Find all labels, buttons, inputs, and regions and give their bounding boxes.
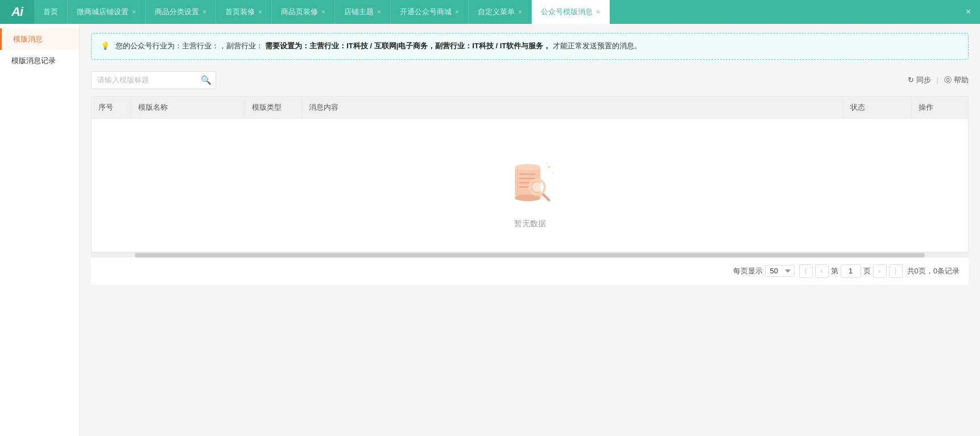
page-size-dropdown[interactable]: 50 10 20 100 bbox=[765, 265, 795, 277]
empty-illustration bbox=[502, 153, 559, 210]
svg-point-12 bbox=[552, 172, 553, 173]
tab-store-theme[interactable]: 店铺主题 × bbox=[335, 0, 391, 24]
svg-line-8 bbox=[541, 193, 549, 201]
svg-point-2 bbox=[515, 164, 540, 171]
tab-home[interactable]: 首页 bbox=[34, 0, 68, 24]
tab-product-category-label: 商品分类设置 bbox=[155, 7, 199, 17]
scroll-thumb[interactable] bbox=[135, 253, 925, 258]
content-area: 💡 您的公众号行业为：主营行业：，副营行业： 需要设置为：主营行业：IT科技 /… bbox=[80, 24, 980, 436]
help-button[interactable]: ⓪ 帮助 bbox=[944, 75, 969, 85]
sidebar-item-template-msg[interactable]: 模版消息 bbox=[0, 28, 79, 50]
toolbar-divider: | bbox=[937, 76, 938, 84]
tab-product-decor-close[interactable]: × bbox=[321, 8, 325, 16]
tab-home-decor-close[interactable]: × bbox=[258, 8, 262, 16]
tab-product-decor-label: 商品页装修 bbox=[281, 7, 318, 17]
sidebar-item-template-records[interactable]: 模版消息记录 bbox=[0, 50, 79, 72]
sidebar: 模版消息 模版消息记录 bbox=[0, 24, 80, 436]
app-logo: Ai bbox=[0, 0, 34, 24]
col-index: 序号 bbox=[92, 96, 131, 118]
sync-button[interactable]: ↻ 同步 bbox=[908, 75, 931, 85]
notice-highlight: 需要设置为：主营行业：IT科技 / 互联网|电子商务，副营行业：IT科技 / I… bbox=[265, 41, 551, 50]
col-type: 模版类型 bbox=[245, 96, 302, 118]
page-size-select: 每页显示 50 10 20 100 bbox=[733, 265, 795, 277]
tab-store-settings-label: 微商城店铺设置 bbox=[77, 7, 129, 17]
tab-custom-menu[interactable]: 自定义菜单 × bbox=[469, 0, 532, 24]
search-input[interactable] bbox=[91, 71, 216, 89]
tab-open-mall-label: 开通公众号商城 bbox=[400, 7, 452, 17]
pagination: 每页显示 50 10 20 100 ⟨ ‹ 第 页 › ⟩ 共0页，0条记录 bbox=[91, 257, 969, 285]
sync-icon: ↻ bbox=[908, 76, 914, 84]
tab-product-decor[interactable]: 商品页装修 × bbox=[272, 0, 335, 24]
tab-template-msg[interactable]: 公众号模版消息 × bbox=[532, 0, 610, 24]
first-page-button[interactable]: ⟨ bbox=[799, 264, 813, 278]
tab-product-category[interactable]: 商品分类设置 × bbox=[146, 0, 216, 24]
tab-product-category-close[interactable]: × bbox=[202, 8, 206, 16]
table-header-row: 序号 模版名称 模版类型 消息内容 状态 操作 bbox=[92, 96, 969, 118]
tab-store-settings[interactable]: 微商城店铺设置 × bbox=[68, 0, 146, 24]
sync-label: 同步 bbox=[916, 75, 931, 85]
svg-point-10 bbox=[532, 182, 542, 192]
svg-point-13 bbox=[545, 162, 547, 164]
notice-prefix: 您的公众号行业为：主营行业：，副营行业： bbox=[115, 41, 263, 50]
next-page-button[interactable]: › bbox=[873, 264, 887, 278]
tab-bar-close-all[interactable]: × bbox=[957, 7, 980, 17]
total-text: 共0页，0条记录 bbox=[907, 266, 960, 276]
tab-template-msg-label: 公众号模版消息 bbox=[541, 7, 593, 17]
tab-store-theme-label: 店铺主题 bbox=[344, 7, 374, 17]
search-input-wrap: 🔍 bbox=[91, 71, 216, 89]
tab-store-theme-close[interactable]: × bbox=[377, 8, 381, 16]
notice-suffix: 才能正常发送预置的消息。 bbox=[553, 41, 642, 50]
tab-template-msg-close[interactable]: × bbox=[596, 8, 600, 16]
last-page-button[interactable]: ⟩ bbox=[889, 264, 903, 278]
search-bar: 🔍 ↻ 同步 | ⓪ 帮助 bbox=[91, 71, 969, 89]
tab-home-label: 首页 bbox=[43, 7, 58, 17]
col-action: 操作 bbox=[912, 96, 969, 118]
tab-store-settings-close[interactable]: × bbox=[132, 8, 136, 16]
page-size-label: 每页显示 bbox=[733, 266, 763, 276]
tab-custom-menu-close[interactable]: × bbox=[518, 8, 522, 16]
tab-home-decor-label: 首页装修 bbox=[225, 7, 255, 17]
tab-custom-menu-label: 自定义菜单 bbox=[478, 7, 515, 17]
scroll-track[interactable] bbox=[91, 252, 969, 257]
svg-point-11 bbox=[547, 165, 550, 168]
col-content: 消息内容 bbox=[302, 96, 843, 118]
tab-open-mall[interactable]: 开通公众号商城 × bbox=[391, 0, 469, 24]
search-icon[interactable]: 🔍 bbox=[201, 75, 212, 85]
toolbar-right: ↻ 同步 | ⓪ 帮助 bbox=[908, 75, 969, 85]
empty-text: 暂无数据 bbox=[514, 219, 546, 229]
col-status: 状态 bbox=[843, 96, 912, 118]
prev-page-button[interactable]: ‹ bbox=[815, 264, 829, 278]
empty-state: 暂无数据 bbox=[92, 119, 968, 252]
tab-bar: Ai 首页 微商城店铺设置 × 商品分类设置 × 首页装修 × 商品页装修 × … bbox=[0, 0, 980, 24]
lightbulb-icon: 💡 bbox=[101, 41, 110, 50]
main-layout: 模版消息 模版消息记录 💡 您的公众号行业为：主营行业：，副营行业： 需要设置为… bbox=[0, 24, 980, 436]
help-label: 帮助 bbox=[954, 75, 969, 85]
sidebar-item-template-records-label: 模版消息记录 bbox=[11, 56, 56, 65]
notice-banner: 💡 您的公众号行业为：主营行业：，副营行业： 需要设置为：主营行业：IT科技 /… bbox=[91, 33, 969, 60]
sidebar-item-template-msg-label: 模版消息 bbox=[13, 35, 43, 43]
tab-open-mall-close[interactable]: × bbox=[455, 8, 459, 16]
data-table: 序号 模版名称 模版类型 消息内容 状态 操作 bbox=[91, 96, 969, 252]
col-name: 模版名称 bbox=[131, 96, 245, 118]
help-icon: ⓪ bbox=[944, 75, 952, 85]
page-num-prefix: 第 bbox=[831, 266, 838, 276]
page-label: 页 bbox=[863, 266, 871, 276]
page-input[interactable] bbox=[841, 264, 861, 278]
tab-home-decor[interactable]: 首页装修 × bbox=[216, 0, 272, 24]
page-nav: ⟨ ‹ 第 页 › ⟩ bbox=[799, 264, 903, 278]
